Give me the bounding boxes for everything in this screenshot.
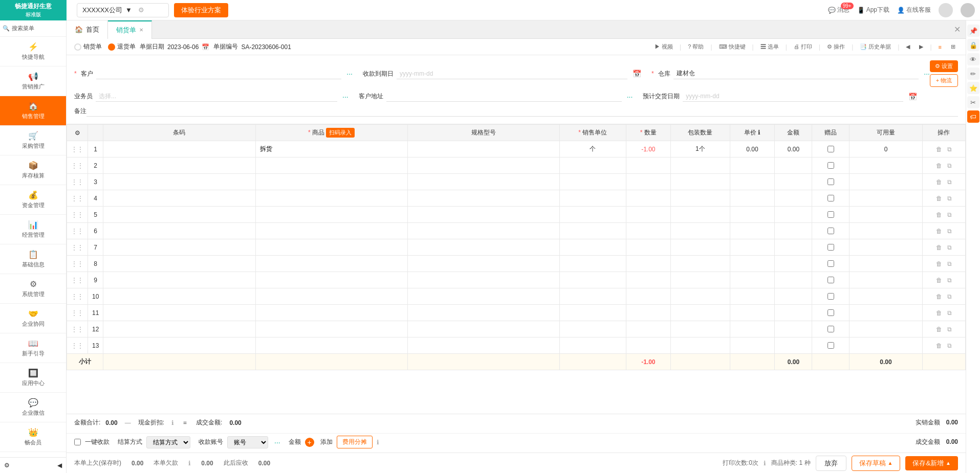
row-copy-icon[interactable]: ⧉ bbox=[947, 326, 952, 333]
row-qty[interactable] bbox=[626, 174, 670, 190]
row-pack-qty[interactable]: 1个 bbox=[670, 141, 730, 157]
tab-sales-order[interactable]: 销货单 ✕ bbox=[108, 20, 152, 39]
tab-home[interactable]: 🏠 首页 bbox=[67, 20, 108, 39]
row-delete-icon[interactable]: 🗑 bbox=[936, 309, 942, 317]
row-spec[interactable] bbox=[407, 223, 559, 239]
row-copy-icon[interactable]: ⧉ bbox=[947, 277, 952, 284]
row-delete-icon[interactable]: 🗑 bbox=[936, 211, 942, 218]
row-drag-icon[interactable]: ⋮⋮ bbox=[67, 223, 88, 239]
row-product[interactable] bbox=[255, 305, 407, 321]
salesperson-ellipsis-icon[interactable]: ··· bbox=[342, 93, 349, 101]
next-icon[interactable]: ▶ bbox=[917, 42, 926, 51]
row-spec[interactable] bbox=[407, 288, 559, 305]
row-spec[interactable] bbox=[407, 321, 559, 337]
row-product[interactable] bbox=[255, 157, 407, 174]
row-drag-icon[interactable]: ⋮⋮ bbox=[67, 288, 88, 305]
row-product[interactable] bbox=[255, 190, 407, 207]
sidebar-item-marketing[interactable]: 📢 营销推广 bbox=[0, 66, 66, 96]
row-pack-qty[interactable] bbox=[670, 190, 730, 207]
row-pack-qty[interactable] bbox=[670, 157, 730, 174]
online-service-btn[interactable]: 👤 在线客服 bbox=[897, 6, 931, 14]
row-copy-icon[interactable]: ⧉ bbox=[947, 211, 952, 218]
row-spec[interactable] bbox=[407, 305, 559, 321]
row-qty[interactable] bbox=[626, 288, 670, 305]
row-spec[interactable] bbox=[407, 337, 559, 354]
row-barcode[interactable] bbox=[103, 337, 255, 354]
row-delete-icon[interactable]: 🗑 bbox=[936, 326, 942, 333]
product-type-icon[interactable]: ℹ bbox=[764, 460, 766, 467]
row-barcode[interactable] bbox=[103, 321, 255, 337]
row-product[interactable] bbox=[255, 239, 407, 256]
expected-date-calendar-icon[interactable]: 📅 bbox=[908, 93, 917, 101]
sidebar-item-guide[interactable]: 📖 新手引导 bbox=[0, 333, 66, 363]
close-all-tabs-icon[interactable]: ✕ bbox=[954, 25, 966, 34]
sidebar-search[interactable]: 🔍 搜索菜单 bbox=[0, 20, 66, 37]
row-qty[interactable] bbox=[626, 190, 670, 207]
company-selector[interactable]: XXXXXX公司 ▼ ⚙ bbox=[77, 3, 169, 17]
one-click-checkbox[interactable] bbox=[74, 439, 81, 445]
row-amount[interactable] bbox=[775, 207, 812, 223]
row-amount[interactable] bbox=[775, 190, 812, 207]
user-avatar2[interactable] bbox=[961, 3, 975, 17]
trial-button[interactable]: 体验行业方案 bbox=[174, 3, 228, 17]
save-new-button[interactable]: 保存&新增 ▲ bbox=[905, 456, 958, 470]
row-delete-icon[interactable]: 🗑 bbox=[936, 178, 942, 186]
sidebar-collapse-icon[interactable]: ◀ bbox=[57, 462, 62, 469]
row-barcode[interactable] bbox=[103, 288, 255, 305]
settlement-method-select[interactable]: 结算方式 bbox=[146, 436, 190, 448]
row-unit[interactable] bbox=[559, 321, 626, 337]
row-gift[interactable] bbox=[812, 288, 850, 305]
row-qty[interactable] bbox=[626, 223, 670, 239]
row-unit[interactable] bbox=[559, 157, 626, 174]
radio-return-order[interactable]: 退货单 bbox=[108, 42, 136, 51]
row-pack-qty[interactable] bbox=[670, 256, 730, 272]
row-product[interactable] bbox=[255, 288, 407, 305]
row-unit[interactable] bbox=[559, 207, 626, 223]
right-panel-star-btn[interactable]: ⭐ bbox=[967, 82, 979, 94]
row-unit[interactable] bbox=[559, 223, 626, 239]
row-product[interactable] bbox=[255, 272, 407, 288]
row-pack-qty[interactable] bbox=[670, 223, 730, 239]
row-price[interactable] bbox=[730, 256, 775, 272]
row-qty[interactable] bbox=[626, 239, 670, 256]
row-product[interactable] bbox=[255, 141, 407, 157]
row-pack-qty[interactable] bbox=[670, 174, 730, 190]
row-drag-icon[interactable]: ⋮⋮ bbox=[67, 207, 88, 223]
row-gift[interactable] bbox=[812, 337, 850, 354]
row-copy-icon[interactable]: ⧉ bbox=[947, 309, 952, 317]
radio-sales-order[interactable]: 销货单 bbox=[74, 42, 102, 51]
app-download-btn[interactable]: 📱 App下载 bbox=[857, 6, 889, 14]
row-barcode[interactable] bbox=[103, 256, 255, 272]
sidebar-item-member[interactable]: 👑 畅会员 bbox=[0, 422, 66, 452]
collect-date-calendar-icon[interactable]: 📅 bbox=[633, 70, 641, 78]
row-price[interactable] bbox=[730, 305, 775, 321]
row-drag-icon[interactable]: ⋮⋮ bbox=[67, 305, 88, 321]
row-delete-icon[interactable]: 🗑 bbox=[936, 244, 942, 251]
note-input[interactable] bbox=[86, 106, 958, 117]
row-gift[interactable] bbox=[812, 239, 850, 256]
row-product[interactable] bbox=[255, 223, 407, 239]
row-qty[interactable] bbox=[626, 157, 670, 174]
row-amount[interactable] bbox=[775, 272, 812, 288]
row-delete-icon[interactable]: 🗑 bbox=[936, 342, 942, 349]
row-unit[interactable]: 个 bbox=[559, 141, 626, 157]
row-qty[interactable] bbox=[626, 337, 670, 354]
row-price[interactable] bbox=[730, 321, 775, 337]
help-btn[interactable]: ? 帮助 bbox=[685, 42, 706, 52]
row-spec[interactable] bbox=[407, 239, 559, 256]
row-copy-icon[interactable]: ⧉ bbox=[947, 260, 952, 267]
user-avatar[interactable] bbox=[939, 3, 953, 17]
abandon-button[interactable]: 放弃 bbox=[816, 456, 846, 471]
row-delete-icon[interactable]: 🗑 bbox=[936, 293, 942, 300]
row-copy-icon[interactable]: ⧉ bbox=[947, 162, 952, 169]
row-product[interactable] bbox=[255, 174, 407, 190]
row-delete-icon[interactable]: 🗑 bbox=[936, 260, 942, 267]
row-amount[interactable] bbox=[775, 239, 812, 256]
row-barcode[interactable] bbox=[103, 207, 255, 223]
row-price[interactable] bbox=[730, 337, 775, 354]
th-settings[interactable]: ⚙ bbox=[67, 125, 88, 141]
row-delete-icon[interactable]: 🗑 bbox=[936, 195, 942, 202]
logistics-btn[interactable]: + 物流 bbox=[930, 74, 958, 87]
row-spec[interactable] bbox=[407, 272, 559, 288]
calendar-icon[interactable]: 📅 bbox=[202, 43, 209, 51]
